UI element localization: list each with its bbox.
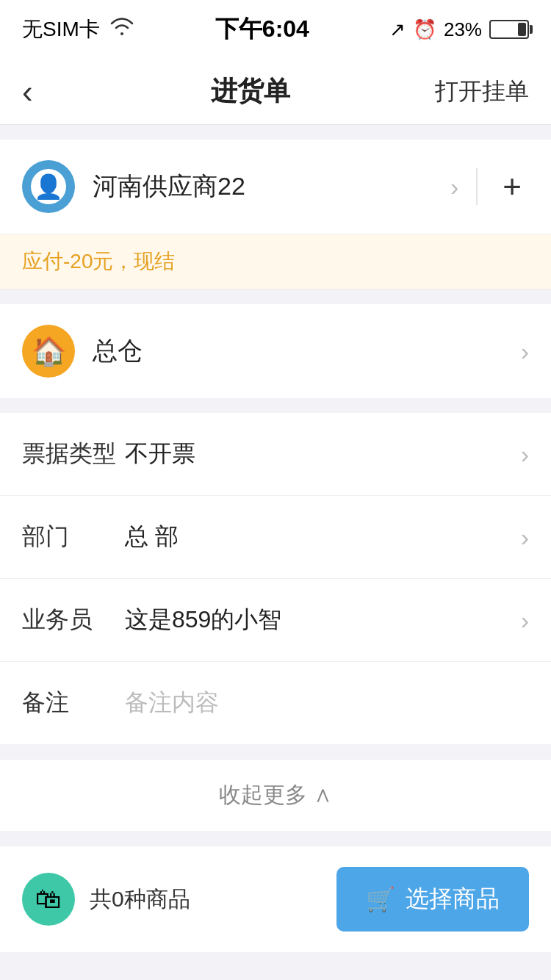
form-section: 票据类型 不开票 › 部门 总 部 › 业务员 这是859的小智 › 备注 备注…: [0, 413, 551, 744]
warehouse-section: 🏠 总仓 ›: [0, 304, 551, 398]
add-supplier-button[interactable]: +: [495, 168, 529, 205]
product-icon: 🛍: [35, 884, 62, 915]
battery-icon: [489, 20, 529, 39]
nav-bar: ‹ 进货单 打开挂单: [0, 59, 551, 125]
status-time: 下午6:04: [215, 13, 309, 46]
ticket-type-row[interactable]: 票据类型 不开票 ›: [0, 413, 551, 496]
warehouse-icon-wrap: 🏠: [22, 325, 75, 378]
product-count-text: 共0种商品: [90, 884, 190, 915]
supplier-name: 河南供应商22: [93, 170, 450, 203]
alarm-icon: ⏰: [413, 18, 436, 41]
avatar-icon: 👤: [34, 173, 63, 201]
department-label: 部门: [22, 521, 125, 553]
product-count-wrap: 🛍 共0种商品: [22, 873, 190, 926]
section-divider-1: [0, 289, 551, 304]
wifi-icon: [109, 18, 135, 42]
supplier-row[interactable]: 👤 河南供应商22 › +: [0, 140, 551, 234]
back-button[interactable]: ‹: [22, 73, 66, 110]
department-chevron-icon: ›: [521, 523, 529, 552]
warning-text: 应付-20元，现结: [22, 250, 175, 273]
warehouse-chevron-icon: ›: [521, 337, 529, 366]
status-bar: 无SIM卡 下午6:04 ↗ ⏰ 23%: [0, 0, 551, 59]
location-icon: ↗: [389, 18, 406, 41]
signal-text: 无SIM卡: [22, 15, 100, 43]
status-left: 无SIM卡: [22, 15, 135, 43]
note-label: 备注: [22, 687, 125, 719]
supplier-chevron-icon: ›: [450, 173, 458, 201]
ticket-type-value: 不开票: [125, 438, 521, 470]
salesman-chevron-icon: ›: [521, 606, 529, 635]
warehouse-icon: 🏠: [32, 335, 66, 367]
salesman-row[interactable]: 业务员 这是859的小智 ›: [0, 579, 551, 662]
warehouse-name: 总仓: [93, 334, 521, 368]
salesman-label: 业务员: [22, 604, 125, 636]
supplier-avatar: 👤: [22, 160, 75, 213]
warehouse-row[interactable]: 🏠 总仓 ›: [0, 304, 551, 398]
select-product-button[interactable]: 🛒 选择商品: [336, 867, 529, 932]
collapse-text: 收起更多 ∧: [219, 780, 331, 810]
salesman-value: 这是859的小智: [125, 604, 521, 636]
warning-banner: 应付-20元，现结: [0, 234, 551, 289]
department-row[interactable]: 部门 总 部 ›: [0, 496, 551, 579]
supplier-section: 👤 河南供应商22 › + 应付-20元，现结: [0, 140, 551, 289]
ticket-type-label: 票据类型: [22, 438, 125, 470]
bottom-bar: 🛍 共0种商品 🛒 选择商品: [0, 846, 551, 952]
select-product-icon: 🛒: [366, 885, 395, 913]
gray-fill: [0, 952, 551, 980]
top-divider: [0, 125, 551, 140]
select-product-label: 选择商品: [406, 883, 500, 915]
battery-percent: 23%: [444, 18, 482, 41]
open-pending-button[interactable]: 打开挂单: [435, 76, 529, 108]
supplier-divider: [476, 168, 478, 205]
avatar-inner: 👤: [31, 169, 66, 204]
collapse-row[interactable]: 收起更多 ∧: [0, 759, 551, 831]
page-title: 进货单: [211, 73, 290, 109]
product-icon-circle: 🛍: [22, 873, 75, 926]
department-value: 总 部: [125, 521, 521, 553]
ticket-type-chevron-icon: ›: [521, 440, 529, 469]
note-row[interactable]: 备注 备注内容: [0, 662, 551, 744]
status-right: ↗ ⏰ 23%: [389, 18, 529, 41]
note-placeholder: 备注内容: [125, 687, 529, 719]
